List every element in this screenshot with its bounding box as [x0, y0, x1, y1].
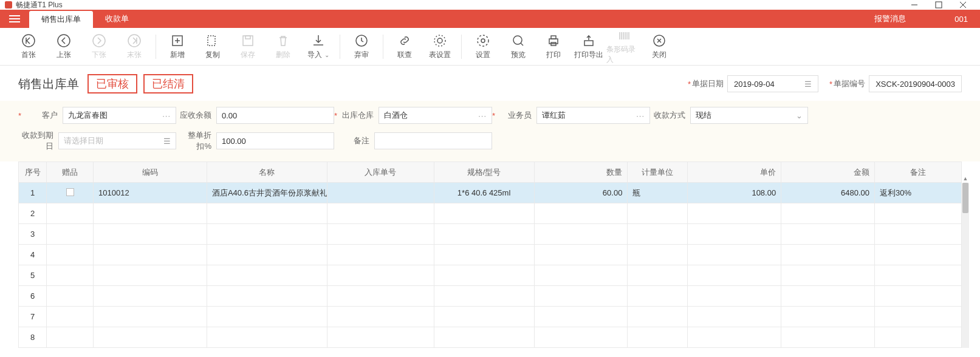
remark-input[interactable] — [374, 132, 492, 149]
prev-button[interactable]: 上张 — [46, 30, 81, 64]
table-row[interactable]: 11010012酒店A40.6古井贡酒年份原浆献礼1*6 40.6 425ml6… — [19, 183, 962, 203]
cell-amt[interactable]: 6480.00 — [781, 183, 875, 203]
cell-in[interactable] — [327, 183, 434, 203]
duedate-field: 收款到期日 请选择日期☰ — [18, 130, 176, 152]
settings-icon — [475, 33, 491, 49]
cell-code[interactable]: 1010012 — [94, 183, 207, 203]
toolbar-separator — [340, 35, 340, 59]
svg-point-7 — [128, 35, 140, 47]
add-icon — [170, 33, 185, 49]
col-qty[interactable]: 数量 — [534, 162, 628, 183]
cell-idx: 2 — [19, 203, 47, 224]
toolbar-separator — [461, 35, 462, 59]
tab-receipt[interactable]: 收款单 — [93, 10, 141, 28]
customer-input[interactable]: 九龙富春图··· — [63, 107, 176, 124]
first-button[interactable]: 首张 — [11, 30, 46, 64]
toolbar-label: 保存 — [241, 50, 255, 60]
scroll-up-arrow[interactable]: ▲ — [962, 174, 969, 183]
tableset-button[interactable]: 表设置 — [422, 30, 457, 64]
stamp-audited: 已审核 — [87, 74, 137, 93]
app-icon — [5, 1, 12, 8]
col-name[interactable]: 名称 — [207, 162, 327, 183]
col-in[interactable]: 入库单号 — [327, 162, 434, 183]
cell-spec[interactable]: 1*6 40.6 425ml — [434, 183, 534, 203]
doc-no-input[interactable]: XSCK-20190904-0003 — [869, 75, 962, 92]
svg-rect-9 — [208, 36, 215, 46]
titlebar: 畅捷通T1 Plus — [0, 0, 980, 10]
col-price[interactable]: 单价 — [688, 162, 781, 183]
tableset-icon — [432, 33, 448, 49]
table-row[interactable]: 6 — [19, 286, 962, 307]
tab-sales-out[interactable]: 销售出库单 — [29, 11, 93, 28]
col-spec[interactable]: 规格/型号 — [434, 162, 534, 183]
tabbar: 销售出库单 收款单 报警消息 001 — [0, 10, 980, 28]
table-row[interactable]: 3 — [19, 224, 962, 245]
svg-point-17 — [513, 36, 522, 44]
svg-point-15 — [481, 39, 485, 42]
toolbar-label: 上张 — [57, 50, 71, 60]
table-header-row: 序号 赠品 编码 名称 入库单号 规格/型号 数量 计量单位 单价 金额 备注 — [19, 162, 962, 183]
table-row[interactable]: 8 — [19, 327, 962, 348]
maximize-button[interactable] — [927, 0, 951, 10]
settings-button[interactable]: 设置 — [465, 30, 501, 64]
table-row[interactable]: 7 — [19, 307, 962, 327]
add-button[interactable]: 新增 — [160, 30, 195, 64]
salesperson-input[interactable]: 谭红茹··· — [536, 107, 650, 124]
alert-link[interactable]: 报警消息 — [874, 13, 906, 24]
svg-point-14 — [434, 35, 445, 46]
picker-icon: ··· — [162, 111, 171, 120]
table-row[interactable]: 5 — [19, 265, 962, 286]
svg-point-16 — [478, 35, 488, 46]
cell-remark[interactable]: 返利30% — [875, 183, 962, 203]
checkbox[interactable] — [66, 188, 74, 196]
duedate-input[interactable]: 请选择日期☰ — [58, 132, 176, 149]
delete-button: 删除 — [266, 30, 301, 64]
col-unit[interactable]: 计量单位 — [628, 162, 688, 183]
discount-input[interactable]: 100.00 — [216, 132, 334, 149]
menu-button[interactable] — [0, 10, 29, 28]
warehouse-field: *出库仓库 白酒仓··· — [334, 107, 492, 124]
prev-icon — [56, 33, 72, 49]
preview-button[interactable]: 预览 — [501, 30, 536, 64]
warehouse-input[interactable]: 白酒仓··· — [379, 107, 492, 124]
cell-gift[interactable] — [47, 183, 94, 203]
close-window-button[interactable] — [951, 0, 975, 10]
receivable-input[interactable]: 0.00 — [216, 107, 334, 124]
scroll-thumb[interactable] — [962, 183, 968, 213]
close-button[interactable]: 关闭 — [642, 30, 677, 64]
col-code[interactable]: 编码 — [94, 162, 207, 183]
svg-rect-10 — [243, 36, 253, 46]
cell-qty[interactable]: 60.00 — [534, 183, 628, 203]
col-remark[interactable]: 备注 — [875, 162, 962, 183]
print-button[interactable]: 打印 — [536, 30, 571, 64]
toolbar-separator — [156, 35, 156, 59]
table-row[interactable]: 4 — [19, 245, 962, 265]
last-icon — [126, 33, 142, 49]
doc-date-field: *单据日期 2019-09-04 ☰ — [688, 75, 818, 92]
user-label[interactable]: 001 — [954, 15, 968, 24]
tab-label: 收款单 — [105, 13, 129, 24]
col-amt[interactable]: 金额 — [781, 162, 875, 183]
link-button[interactable]: 联查 — [387, 30, 422, 64]
col-idx[interactable]: 序号 — [19, 162, 47, 183]
cell-price[interactable]: 108.00 — [688, 183, 781, 203]
table-area: 序号 赠品 编码 名称 入库单号 规格/型号 数量 计量单位 单价 金额 备注 … — [18, 162, 962, 348]
toolbar-label: 末张 — [127, 50, 142, 60]
doc-date-input[interactable]: 2019-09-04 ☰ — [727, 75, 818, 92]
minimize-button[interactable] — [902, 0, 927, 10]
col-gift[interactable]: 赠品 — [47, 162, 94, 183]
svg-point-4 — [22, 35, 35, 47]
table-row[interactable]: 2 — [19, 203, 962, 224]
paymethod-select[interactable]: 现结⌄ — [690, 107, 808, 124]
import-button[interactable]: 导入 ⌄ — [301, 30, 336, 64]
print-icon — [546, 33, 561, 49]
unaudit-button[interactable]: 弃审 — [344, 30, 379, 64]
picker-icon: ··· — [478, 111, 487, 120]
copy-button[interactable]: 复制 — [195, 30, 230, 64]
cell-idx: 6 — [19, 286, 47, 307]
cell-name[interactable]: 酒店A40.6古井贡酒年份原浆献礼 — [207, 183, 327, 203]
cell-unit[interactable]: 瓶 — [628, 183, 688, 203]
printexport-button[interactable]: 打印导出 — [571, 30, 606, 64]
vertical-scrollbar[interactable]: ▲ — [962, 183, 969, 348]
cell-idx: 3 — [19, 224, 47, 245]
